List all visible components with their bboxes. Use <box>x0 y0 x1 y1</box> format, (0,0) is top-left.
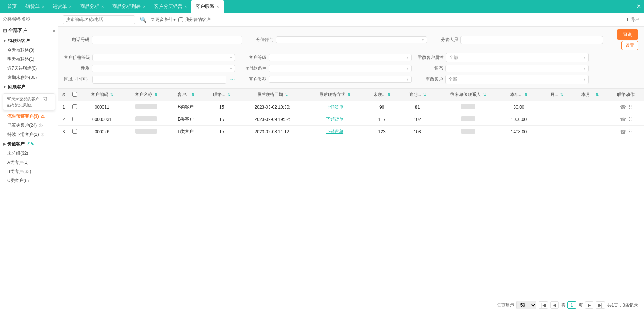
row2-checkbox[interactable] <box>69 113 80 126</box>
sort-icon-uncontacted[interactable]: ⇅ <box>387 93 390 97</box>
sort-icon-this-year[interactable]: ⇅ <box>524 93 527 97</box>
pagination: 每页显示 50 100 200 |◀ ◀ 第 1 页 ▶ ▶| 共1页，3条记录 <box>58 298 644 312</box>
my-customers-checkbox[interactable] <box>178 17 183 22</box>
sidebar-collapse-icon[interactable]: « <box>53 29 55 33</box>
select-all-checkbox[interactable] <box>72 92 77 97</box>
phone-input[interactable] <box>92 36 242 44</box>
sidebar-group-value[interactable]: ▶ 价值客户 ↺ ✎ <box>0 139 58 149</box>
first-page-button[interactable]: |◀ <box>539 301 548 309</box>
my-customers-checkbox-label[interactable]: 我分管的客户 <box>178 17 211 23</box>
row1-more-icon[interactable]: ⠿ <box>628 104 632 110</box>
filter-field-customer-type: 客户类型 ▾ <box>241 76 412 83</box>
sort-icon-type[interactable]: ⇅ <box>192 93 194 97</box>
sort-icon-unit-contact[interactable]: ⇅ <box>483 93 486 97</box>
row1-contact-icon[interactable]: ☎ <box>620 104 626 110</box>
row2-more-icon[interactable]: ⠿ <box>628 117 632 122</box>
dept-select[interactable]: ▾ <box>276 36 427 43</box>
tab-customer-contact-close[interactable]: × <box>217 4 219 9</box>
row3-contact-icon[interactable]: ☎ <box>620 129 626 135</box>
sidebar-item-7days[interactable]: 近7天待联络(0) <box>0 64 58 73</box>
row3-name <box>124 126 168 138</box>
tab-product-analysis[interactable]: 商品分析 × <box>76 0 108 13</box>
filter-search-input[interactable] <box>63 15 135 24</box>
manager-dots-icon[interactable]: ··· <box>607 37 611 43</box>
row1-last-method[interactable]: 下销货单 <box>306 101 364 113</box>
row3-checkbox[interactable] <box>69 126 80 138</box>
sort-icon-contact[interactable]: ⇅ <box>227 93 230 97</box>
nature-select[interactable]: ▾ <box>92 65 235 72</box>
row2-contact-icon[interactable]: ☎ <box>620 117 626 122</box>
tab-product-analysis-close[interactable]: × <box>101 4 104 9</box>
edit-icon[interactable]: ✎ <box>31 142 34 147</box>
table-header-action-label: 联络动作 <box>617 92 635 97</box>
prev-page-button[interactable]: ◀ <box>550 301 559 309</box>
row1-checkbox-input[interactable] <box>72 104 77 109</box>
table-gear-header[interactable]: ⚙ <box>58 89 69 101</box>
refresh-icon[interactable]: ↺ <box>26 142 30 147</box>
tab-purchase[interactable]: 进货单 × <box>48 0 76 13</box>
sort-icon-last-method[interactable]: ⇅ <box>347 93 350 97</box>
sidebar-item-churn-warning[interactable]: 流失预警客户(3) ⚠ <box>0 112 58 121</box>
filter-search-button[interactable]: 🔍 <box>138 16 148 23</box>
row3-more-icon[interactable]: ⠿ <box>628 129 632 135</box>
sidebar-item-a-class[interactable]: A类客户(1) <box>0 158 58 167</box>
tab-customer-layer[interactable]: 客户分层经营 × <box>150 0 191 13</box>
zero-attr-select[interactable]: 全部 ▾ <box>446 53 589 62</box>
row3-checkbox-input[interactable] <box>72 129 77 134</box>
customer-level-select[interactable]: ▾ <box>269 54 412 61</box>
tab-purchase-close[interactable]: × <box>69 4 71 9</box>
tab-sales[interactable]: 销货单 × <box>21 0 48 13</box>
filter-field-price-level: 客户价格等级 ▾ <box>64 54 235 61</box>
sidebar-item-c-class[interactable]: C类客户(6) <box>0 176 58 185</box>
region-dots-icon[interactable]: ··· <box>230 76 235 83</box>
sidebar-item-b-class[interactable]: B类客户(33) <box>0 167 58 176</box>
payment-select[interactable]: ▾ <box>269 65 412 72</box>
tab-product-list[interactable]: 商品分析列表 × <box>108 0 149 13</box>
manager-input[interactable] <box>460 36 603 44</box>
filter-field-nature: 性质 ▾ <box>64 65 235 72</box>
sidebar-all-customers[interactable]: ⊞ 全部客户 « <box>0 25 58 36</box>
close-window-icon[interactable]: ✕ <box>636 3 641 10</box>
table-checkbox-header[interactable] <box>69 89 80 101</box>
sort-icon-overdue[interactable]: ⇅ <box>423 93 426 97</box>
price-level-select[interactable]: ▾ <box>92 54 235 61</box>
filter-more-button[interactable]: ▽ 更多条件 ▾ <box>151 17 176 23</box>
zero-customer-dropdown-icon: ▾ <box>584 77 585 81</box>
tab-home[interactable]: 首页 <box>3 0 21 13</box>
sidebar-item-today[interactable]: 今天待联络(0) <box>0 46 58 55</box>
tab-product-list-close[interactable]: × <box>143 4 145 9</box>
content-area: 🔍 ▽ 更多条件 ▾ 我分管的客户 ⬆ 导出 电话号码 <box>58 13 644 312</box>
settings-button[interactable]: 设置 <box>621 41 638 50</box>
zero-customer-select[interactable]: 全部 ▾ <box>445 75 589 84</box>
sidebar-item-declining[interactable]: 持续下滑客户(2) ⓘ <box>0 130 58 139</box>
row1-code: 000011 <box>80 101 124 113</box>
tab-sales-close[interactable]: × <box>42 4 44 9</box>
tab-customer-layer-close[interactable]: × <box>185 4 187 9</box>
query-button[interactable]: 查询 <box>617 29 638 40</box>
status-select[interactable]: ▾ <box>445 65 589 72</box>
per-page-select[interactable]: 50 100 200 <box>516 301 536 309</box>
sidebar-item-churned[interactable]: 已流失客户(24) ⓘ <box>0 121 58 130</box>
sidebar-group-review[interactable]: ▼ 回顾客户 <box>0 82 58 92</box>
sidebar-item-tomorrow[interactable]: 明天待联络(1) <box>0 55 58 64</box>
sidebar-search-input[interactable] <box>3 16 57 21</box>
last-page-button[interactable]: ▶| <box>596 301 605 309</box>
next-page-button[interactable]: ▶ <box>585 301 593 309</box>
tab-customer-contact[interactable]: 客户联系 × <box>191 0 223 13</box>
customer-type-select[interactable]: ▾ <box>269 76 412 83</box>
sort-icon-name[interactable]: ⇅ <box>154 93 157 97</box>
row3-last-method[interactable]: 下销货单 <box>306 126 364 138</box>
filter-field-zero-customer: 零散客户 全部 ▾ <box>418 75 589 84</box>
export-button[interactable]: ⬆ 导出 <box>626 17 640 23</box>
row1-checkbox[interactable] <box>69 101 80 113</box>
sort-icon-code[interactable]: ⇅ <box>110 93 113 97</box>
row2-last-method[interactable]: 下销货单 <box>306 113 364 126</box>
sort-icon-last-month[interactable]: ⇅ <box>560 93 563 97</box>
sidebar-item-ungroup[interactable]: 未分组(32) <box>0 149 58 158</box>
region-input[interactable] <box>92 76 226 84</box>
sort-icon-this-month[interactable]: ⇅ <box>596 93 599 97</box>
sidebar-group-pending[interactable]: ▼ 待联络客户 <box>0 36 58 46</box>
sidebar-item-overdue[interactable]: 逾期未联络(30) <box>0 73 58 82</box>
row2-checkbox-input[interactable] <box>72 117 77 121</box>
sort-icon-last-date[interactable]: ⇅ <box>285 93 288 97</box>
